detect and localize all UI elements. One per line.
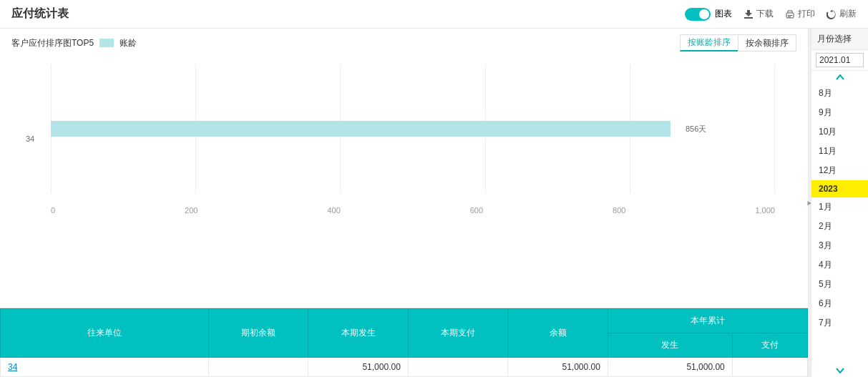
- cell-opening: [208, 358, 308, 377]
- col-header-opening: 期初余额: [208, 309, 308, 358]
- x-label-600: 600: [470, 206, 483, 215]
- month-nav-up[interactable]: [811, 71, 868, 84]
- month-item-9[interactable]: 9月: [811, 103, 868, 122]
- chart-plot: 856天: [51, 64, 775, 193]
- bar-chart: 34: [0, 57, 808, 258]
- x-label-1000: 1,000: [755, 206, 775, 215]
- y-axis-label: 34: [26, 134, 34, 143]
- chart-toggle-group: 图表: [685, 8, 732, 21]
- month-item-1[interactable]: 1月: [811, 197, 868, 217]
- col-header-unit: 往来单位: [1, 309, 209, 358]
- month-item-11[interactable]: 11月: [811, 142, 868, 161]
- print-label: 打印: [798, 8, 815, 20]
- page-title: 应付统计表: [11, 6, 69, 21]
- app-container: 应付统计表 图表 下载 打印: [0, 0, 868, 377]
- sidebar-title: 月份选择: [811, 29, 868, 50]
- cell-annual-payment: [732, 358, 807, 377]
- chart-table-area: 客户应付排序图TOP5 账龄 按账龄排序 按余额排序: [0, 29, 808, 377]
- cell-balance: 51,000.00: [508, 358, 608, 377]
- svg-rect-0: [744, 17, 753, 19]
- month-item-8[interactable]: 8月: [811, 84, 868, 103]
- chart-section: 客户应付排序图TOP5 账龄 按账龄排序 按余额排序: [0, 29, 808, 308]
- col-header-annual-occurrence: 发生: [608, 333, 732, 358]
- svg-rect-2: [788, 15, 792, 16]
- refresh-label: 刷新: [839, 8, 857, 20]
- download-button[interactable]: 下载: [743, 8, 774, 20]
- bar-row: 856天: [51, 121, 775, 137]
- sort-buttons: 按账龄排序 按余额排序: [680, 34, 796, 52]
- col-header-payment: 本期支付: [408, 309, 508, 358]
- year-input[interactable]: [816, 53, 864, 67]
- chevron-up-icon: [835, 74, 845, 81]
- sort-by-balance-btn[interactable]: 按余额排序: [738, 34, 796, 52]
- sort-by-amount-btn[interactable]: 按账龄排序: [680, 34, 738, 52]
- month-item-10[interactable]: 10月: [811, 122, 868, 142]
- download-icon: [743, 9, 754, 19]
- month-item-5[interactable]: 5月: [811, 275, 868, 294]
- col-header-occurrence: 本期发生: [308, 309, 409, 358]
- month-item-4[interactable]: 4月: [811, 255, 868, 275]
- bar-y-value: 34: [26, 134, 34, 143]
- header-actions: 图表 下载 打印: [685, 8, 857, 21]
- table-wrapper: 往来单位 期初余额 本期发生 本期支付 余额 本年累计 发生 支付: [0, 308, 808, 377]
- legend-item-label: 账龄: [120, 37, 137, 49]
- legend-box: [99, 39, 114, 47]
- print-button[interactable]: 打印: [785, 8, 815, 20]
- header: 应付统计表 图表 下载 打印: [0, 0, 868, 29]
- table-section: 往来单位 期初余额 本期发生 本期支付 余额 本年累计 发生 支付: [0, 308, 808, 377]
- x-label-0: 0: [51, 206, 55, 215]
- x-label-400: 400: [327, 206, 340, 215]
- chart-legend: 客户应付排序图TOP5 账龄: [11, 37, 137, 49]
- month-list: 8月 9月 10月 11月 12月 2023 1月 2月 3月 4月 5月 6月…: [811, 84, 868, 364]
- x-label-800: 800: [613, 206, 625, 215]
- month-item-2[interactable]: 2月: [811, 217, 868, 236]
- legend-label: 客户应付排序图TOP5: [11, 37, 94, 49]
- month-sidebar: 月份选择 8月 9月 10月 11月 12月 2023 1月 2月: [811, 29, 868, 377]
- chart-header: 客户应付排序图TOP5 账龄 按账龄排序 按余额排序: [0, 29, 808, 57]
- col-header-annual: 本年累计: [608, 309, 807, 333]
- col-header-balance: 余额: [508, 309, 608, 358]
- print-icon: [785, 9, 795, 19]
- cell-occurrence: 51,000.00: [308, 358, 409, 377]
- chevron-down-icon: [835, 367, 845, 374]
- chart-toggle[interactable]: [685, 8, 711, 21]
- main-area: 客户应付排序图TOP5 账龄 按账龄排序 按余额排序: [0, 29, 868, 377]
- month-nav-down[interactable]: [811, 364, 868, 377]
- month-item-12[interactable]: 12月: [811, 161, 868, 180]
- cell-annual-occurrence: 51,000.00: [608, 358, 732, 377]
- month-item-6[interactable]: 6月: [811, 294, 868, 313]
- cell-unit[interactable]: 34: [1, 358, 209, 377]
- bar: 856天: [51, 121, 670, 137]
- refresh-icon: [826, 9, 837, 19]
- x-axis: 0 200 400 600 800 1,000: [51, 206, 775, 215]
- svg-rect-3: [788, 16, 791, 17]
- data-table: 往来单位 期初余额 本期发生 本期支付 余额 本年累计 发生 支付: [0, 308, 808, 377]
- x-label-200: 200: [185, 206, 198, 215]
- bar-end-label: 856天: [686, 124, 706, 134]
- cell-payment: [408, 358, 508, 377]
- year-marker-2023[interactable]: 2023: [811, 180, 868, 197]
- table-row: 34 51,000.00 51,000.00 51,000.00: [1, 358, 808, 377]
- chart-inner: 34: [11, 57, 796, 229]
- download-label: 下载: [756, 8, 774, 20]
- table-header-row: 往来单位 期初余额 本期发生 本期支付 余额 本年累计: [1, 309, 808, 333]
- chart-label: 图表: [715, 8, 732, 20]
- month-item-7[interactable]: 7月: [811, 313, 868, 333]
- month-item-3[interactable]: 3月: [811, 236, 868, 255]
- refresh-button[interactable]: 刷新: [826, 8, 857, 20]
- year-input-container: [811, 50, 868, 71]
- col-header-annual-payment: 支付: [732, 333, 807, 358]
